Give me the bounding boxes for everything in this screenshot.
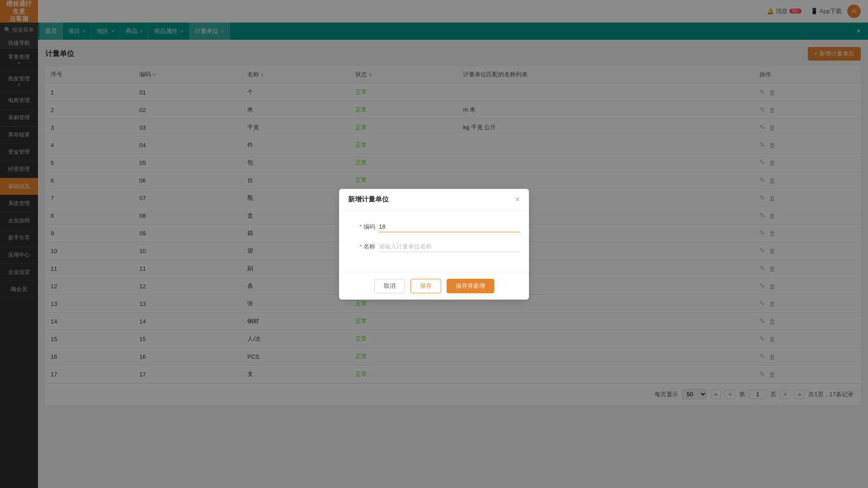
modal-footer: 取消 保存 保存并新增	[339, 272, 529, 300]
code-label: 编码	[348, 223, 375, 231]
save-button[interactable]: 保存	[410, 279, 441, 293]
code-input[interactable]	[379, 221, 520, 232]
name-label: 名称	[348, 243, 375, 251]
modal-header: 新增计量单位 ×	[339, 189, 529, 211]
name-input[interactable]	[379, 241, 520, 252]
modal-overlay[interactable]: 新增计量单位 × 编码 名称 取消 保存 保存并新增	[0, 0, 868, 488]
modal-body: 编码 名称	[339, 211, 529, 272]
add-unit-modal: 新增计量单位 × 编码 名称 取消 保存 保存并新增	[339, 189, 529, 300]
cancel-button[interactable]: 取消	[374, 279, 405, 293]
form-row-code: 编码	[348, 221, 520, 232]
save-and-new-button[interactable]: 保存并新增	[447, 279, 494, 293]
modal-close-button[interactable]: ×	[515, 195, 520, 203]
modal-title: 新增计量单位	[348, 195, 389, 204]
form-row-name: 名称	[348, 241, 520, 252]
